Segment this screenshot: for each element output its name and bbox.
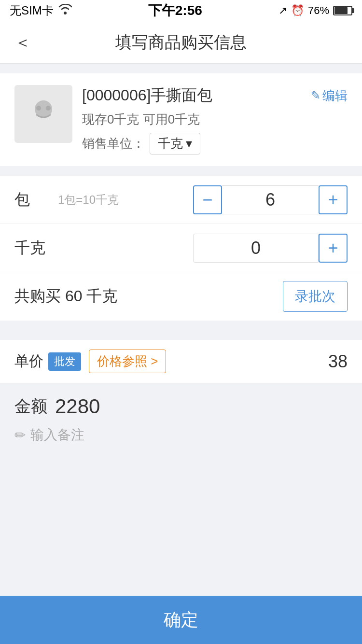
product-name: [0000006]手撕面包 (82, 85, 212, 106)
total-text: 共购买 60 千克 (14, 286, 117, 307)
product-image (14, 85, 72, 143)
status-right: ↗ ⏰ 76% (278, 4, 352, 17)
svg-point-1 (36, 106, 41, 111)
price-value: 38 (328, 351, 348, 372)
bag-input[interactable] (222, 185, 319, 214)
carrier-text: 无SIM卡 (10, 3, 54, 18)
amount-label: 金额 (14, 395, 47, 418)
back-button[interactable]: ＜ (14, 31, 39, 54)
amount-value: 2280 (55, 395, 100, 418)
kg-label: 千克 (14, 238, 53, 259)
edit-label: 编辑 (322, 87, 348, 104)
dropdown-icon: ▾ (186, 136, 192, 151)
product-card: [0000006]手撕面包 ✎ 编辑 现存0千克 可用0千克 销售单位： 千克 … (0, 73, 362, 166)
total-row: 共购买 60 千克 录批次 (0, 272, 362, 321)
amount-row: 金额 2280 (14, 395, 348, 418)
product-title-row: [0000006]手撕面包 ✎ 编辑 (82, 85, 348, 106)
product-stock: 现存0千克 可用0千克 (82, 111, 348, 128)
bag-label: 包 (14, 189, 53, 210)
time-display: 下午2:56 (148, 1, 202, 20)
price-row: 单价 批发 价格参照 > 38 (0, 340, 362, 383)
kg-increase-button[interactable]: + (319, 234, 348, 263)
unit-label: 销售单位： (82, 135, 145, 152)
status-bar: 无SIM卡 下午2:56 ↗ ⏰ 76% (0, 0, 362, 21)
note-text: 输入备注 (30, 426, 84, 444)
status-left: 无SIM卡 (10, 3, 72, 18)
amount-section: 金额 2280 ✏ 输入备注 (0, 383, 362, 456)
nav-bar: ＜ 填写商品购买信息 (0, 21, 362, 64)
price-ref-button[interactable]: 价格参照 > (89, 350, 166, 373)
unit-select[interactable]: 千克 ▾ (150, 133, 200, 154)
bag-increase-button[interactable]: + (319, 185, 348, 214)
svg-point-2 (46, 106, 51, 111)
bag-control: − + (193, 185, 348, 214)
bag-input-row: 包 1包=10千克 − + (0, 176, 362, 224)
edit-button[interactable]: ✎ 编辑 (311, 87, 348, 104)
unit-value: 千克 (158, 135, 183, 152)
price-label: 单价 (14, 351, 43, 371)
page-title: 填写商品购买信息 (115, 31, 247, 54)
confirm-button[interactable]: 确定 (0, 596, 362, 644)
battery-percent: 76% (308, 4, 329, 17)
kg-input-row: 千克 + (0, 224, 362, 272)
note-icon: ✏ (14, 427, 26, 443)
note-row[interactable]: ✏ 输入备注 (14, 426, 348, 444)
divider-2 (0, 321, 362, 330)
edit-icon: ✎ (311, 89, 320, 102)
price-tag: 批发 (48, 352, 81, 371)
bag-sublabel: 1包=10千克 (58, 192, 119, 208)
empty-space (0, 456, 362, 596)
divider-1 (0, 166, 362, 176)
input-section: 包 1包=10千克 − + 千克 + (0, 176, 362, 272)
battery-icon (333, 6, 352, 15)
batch-button[interactable]: 录批次 (283, 281, 348, 312)
price-section: 单价 批发 价格参照 > 38 (0, 340, 362, 383)
bag-decrease-button[interactable]: − (193, 185, 222, 214)
location-icon: ↗ (278, 4, 287, 17)
product-info: [0000006]手撕面包 ✎ 编辑 现存0千克 可用0千克 销售单位： 千克 … (82, 85, 348, 154)
wifi-icon (58, 4, 72, 17)
alarm-icon: ⏰ (291, 4, 304, 17)
kg-input[interactable] (193, 234, 319, 263)
product-unit-row: 销售单位： 千克 ▾ (82, 133, 348, 154)
kg-control: + (193, 234, 348, 263)
